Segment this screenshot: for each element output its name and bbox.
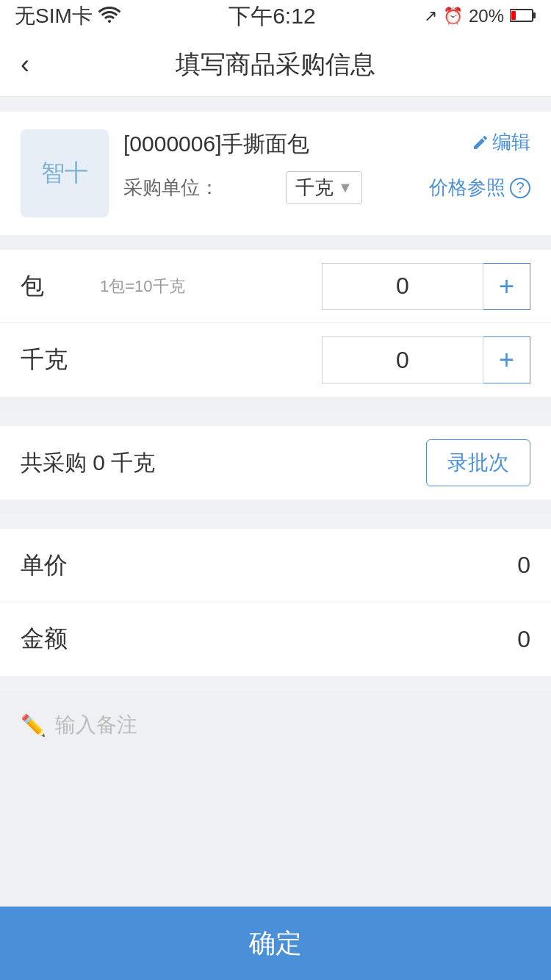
note-section[interactable]: ✏️ 输入备注 [0, 691, 551, 837]
status-bar: 无SIM卡 下午6:12 ↗ ⏰ 20% [0, 0, 551, 32]
amount-value: 0 [517, 626, 530, 653]
battery-percent: 20% [469, 6, 504, 26]
product-header: [0000006]手撕面包 编辑 [123, 129, 530, 159]
alarm-icon: ⏰ [443, 7, 463, 26]
summary-text: 共采购 0 千克 [21, 448, 155, 478]
bao-label: 包 [21, 270, 94, 303]
product-image: 智十 [21, 129, 109, 217]
help-icon: ? [510, 178, 530, 198]
product-info: [0000006]手撕面包 编辑 采购单位： 千克 ▼ 价格参照 ? [123, 129, 530, 204]
bao-input[interactable] [322, 263, 483, 310]
note-placeholder: 输入备注 [55, 711, 137, 739]
unit-selector[interactable]: 千克 ▼ [286, 171, 362, 204]
unit-label: 采购单位： [123, 175, 219, 201]
price-section: 单价 0 金额 0 [0, 529, 551, 676]
bao-number-box: + [322, 263, 530, 310]
unit-price-label: 单价 [21, 550, 68, 582]
note-input-row[interactable]: ✏️ 输入备注 [21, 711, 530, 739]
bao-plus-button[interactable]: + [483, 263, 530, 310]
back-button[interactable]: ‹ [21, 49, 29, 80]
product-card: 智十 [0000006]手撕面包 编辑 采购单位： 千克 ▼ 价格参照 ? [0, 112, 551, 235]
kg-label: 千克 [21, 344, 94, 376]
amount-row: 金额 0 [0, 602, 551, 676]
summary-section: 共采购 0 千克 录批次 [0, 426, 551, 500]
kg-plus-button[interactable]: + [483, 336, 530, 383]
kg-number-box: + [322, 336, 530, 383]
status-time: 下午6:12 [228, 1, 315, 32]
product-unit-row: 采购单位： 千克 ▼ 价格参照 ? [123, 171, 530, 204]
amount-label: 金额 [21, 623, 68, 655]
bao-sub-label: 1包=10千克 [100, 275, 322, 298]
location-icon: ↗ [424, 7, 437, 26]
record-batch-button[interactable]: 录批次 [426, 439, 530, 486]
confirm-button[interactable]: 确定 [0, 907, 551, 980]
unit-price-value: 0 [517, 552, 530, 579]
unit-value: 千克 [295, 175, 334, 201]
carrier-text: 无SIM卡 [15, 2, 93, 30]
summary-row: 共采购 0 千克 录批次 [0, 426, 551, 500]
section-divider-3 [0, 500, 551, 514]
svg-rect-1 [533, 12, 536, 18]
kg-input[interactable] [322, 336, 483, 383]
section-divider-1 [0, 235, 551, 250]
input-section: 包 1包=10千克 + 千克 + [0, 250, 551, 397]
status-right: ↗ ⏰ 20% [424, 6, 536, 26]
unit-price-row: 单价 0 [0, 529, 551, 602]
product-name: [0000006]手撕面包 [123, 129, 309, 159]
product-logo: 智十 [41, 157, 88, 190]
pencil-icon: ✏️ [21, 713, 46, 738]
wifi-icon [98, 4, 120, 28]
edit-button[interactable]: 编辑 [472, 129, 530, 155]
bao-input-row: 包 1包=10千克 + [0, 250, 551, 323]
price-ref-button[interactable]: 价格参照 ? [429, 175, 530, 201]
section-divider-2 [0, 397, 551, 411]
battery-icon [510, 6, 536, 26]
svg-rect-2 [511, 11, 516, 20]
unit-arrow-icon: ▼ [338, 179, 353, 196]
page-title: 填写商品采购信息 [176, 48, 375, 82]
status-left: 无SIM卡 [15, 2, 120, 30]
kg-input-row: 千克 + [0, 323, 551, 397]
nav-bar: ‹ 填写商品采购信息 [0, 32, 551, 97]
